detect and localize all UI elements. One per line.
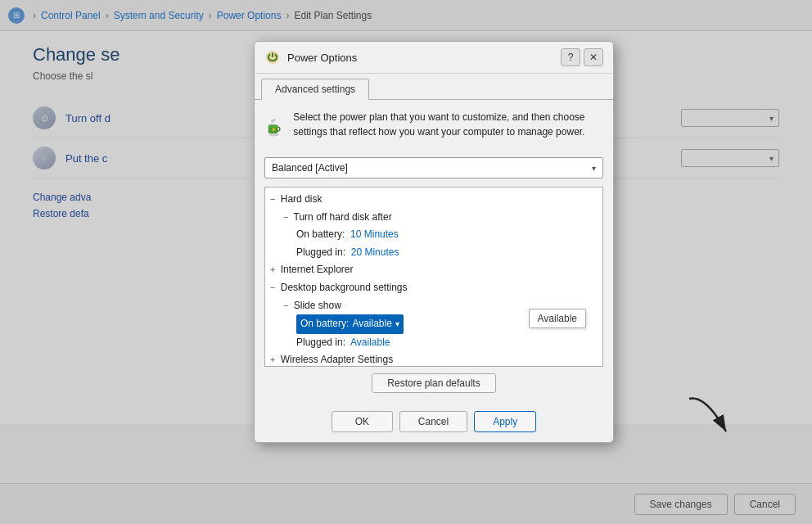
plan-dropdown-arrow: ▾ xyxy=(592,164,596,173)
power-options-dialog: Power Options ? ✕ Advanced settings ⚡ Se… xyxy=(254,41,614,443)
power-options-title-icon xyxy=(264,49,281,66)
tree-hard-disk: − Hard disk xyxy=(267,191,601,209)
restore-plan-defaults-button[interactable]: Restore plan defaults xyxy=(372,373,495,393)
dialog-titlebar: Power Options ? ✕ xyxy=(255,42,613,74)
power-mug-icon: ⚡ xyxy=(264,110,283,146)
dialog-body: ⚡ Select the power plan that you want to… xyxy=(255,99,613,403)
tree-plugged-in: Plugged in: 20 Minutes xyxy=(267,244,601,262)
apply-button[interactable]: Apply xyxy=(474,411,536,432)
on-battery-value[interactable]: 10 Minutes xyxy=(350,228,399,240)
plan-dropdown-value: Balanced [Active] xyxy=(272,162,348,174)
tree-plugged-in-slideshow: Plugged in: Available xyxy=(267,334,601,352)
tree-internet-explorer: + Internet Explorer xyxy=(267,261,601,279)
help-button[interactable]: ? xyxy=(561,48,580,66)
close-button[interactable]: ✕ xyxy=(584,48,603,66)
svg-text:⚡: ⚡ xyxy=(271,127,277,133)
cancel-button[interactable]: Cancel xyxy=(399,411,467,432)
svg-rect-1 xyxy=(272,52,273,57)
plan-dropdown[interactable]: Balanced [Active] ▾ xyxy=(264,157,603,178)
ok-button[interactable]: OK xyxy=(332,411,393,432)
info-row: ⚡ Select the power plan that you want to… xyxy=(264,110,603,146)
on-battery-slideshow-highlight[interactable]: On battery: Available ▾ xyxy=(296,314,404,334)
tree-wireless-adapter: + Wireless Adapter Settings xyxy=(267,351,601,367)
tree-container[interactable]: − Hard disk − Turn off hard disk after O… xyxy=(264,187,603,367)
dialog-title-text: Power Options xyxy=(287,52,554,64)
dialog-title-controls: ? ✕ xyxy=(561,48,603,66)
plugged-in-slideshow-value[interactable]: Available xyxy=(350,337,390,348)
info-text: Select the power plan that you want to c… xyxy=(293,110,603,146)
available-tooltip: Available xyxy=(529,309,586,328)
dialog-tabs: Advanced settings xyxy=(255,74,613,99)
tab-advanced-settings[interactable]: Advanced settings xyxy=(261,79,369,100)
svg-point-2 xyxy=(268,133,279,136)
tree-on-battery: On battery: 10 Minutes xyxy=(267,226,601,244)
tree-desktop-bg: − Desktop background settings xyxy=(267,279,601,297)
tree-turn-off-hard-disk: − Turn off hard disk after xyxy=(267,209,601,227)
plugged-in-value[interactable]: 20 Minutes xyxy=(351,246,399,258)
dialog-footer: OK Cancel Apply xyxy=(255,403,613,442)
